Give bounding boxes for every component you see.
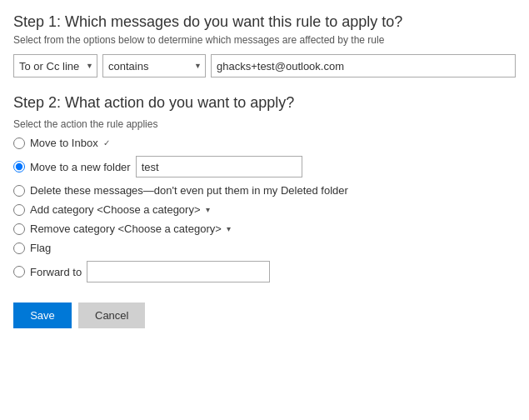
step1-controls: To or Cc line From Subject Body contains… (13, 54, 516, 78)
option-delete: Delete these messages—don't even put the… (13, 184, 516, 197)
radio-add-category[interactable] (13, 204, 25, 216)
step1-heading: Step 1: Which messages do you want this … (13, 13, 516, 31)
option-move-folder: Move to a new folder (13, 156, 516, 178)
option-flag: Flag (13, 242, 516, 254)
add-category-arrow: ▾ (206, 205, 210, 214)
step1-subtitle: Select from the options below to determi… (13, 34, 516, 46)
radio-delete[interactable] (13, 185, 25, 197)
label-move-folder[interactable]: Move to a new folder (30, 161, 131, 173)
label-add-category[interactable]: Add category <Choose a category> ▾ (30, 203, 210, 216)
option-add-category: Add category <Choose a category> ▾ (13, 203, 516, 216)
radio-flag[interactable] (13, 242, 25, 254)
move-inbox-arrow: ✓ (103, 138, 110, 148)
field1-wrapper: To or Cc line From Subject Body (13, 54, 97, 78)
cancel-button[interactable]: Cancel (78, 302, 145, 328)
field2-wrapper: contains does not contain is is not (102, 54, 206, 78)
step2-subtitle: Select the action the rule applies (13, 118, 516, 130)
button-row: Save Cancel (13, 302, 516, 328)
folder-name-input[interactable] (136, 156, 302, 178)
label-flag[interactable]: Flag (30, 242, 51, 254)
option-remove-category: Remove category <Choose a category> ▾ (13, 222, 516, 235)
option-move-inbox: Move to Inbox ✓ (13, 137, 516, 149)
radio-forward[interactable] (13, 266, 25, 278)
label-forward[interactable]: Forward to (30, 266, 82, 278)
option-forward: Forward to (13, 261, 516, 282)
forward-to-input[interactable] (87, 261, 270, 282)
step2-heading: Step 2: What action do you want to apply… (13, 94, 516, 112)
radio-remove-category[interactable] (13, 223, 25, 235)
radio-move-folder[interactable] (13, 161, 25, 172)
label-move-inbox[interactable]: Move to Inbox ✓ (30, 137, 110, 149)
radio-move-inbox[interactable] (13, 138, 25, 149)
field1-select[interactable]: To or Cc line From Subject Body (13, 54, 97, 78)
save-button[interactable]: Save (13, 302, 72, 328)
field2-select[interactable]: contains does not contain is is not (102, 54, 206, 78)
remove-category-arrow: ▾ (227, 224, 231, 233)
field3-input[interactable] (211, 54, 516, 78)
label-remove-category[interactable]: Remove category <Choose a category> ▾ (30, 222, 231, 235)
label-delete[interactable]: Delete these messages—don't even put the… (30, 184, 348, 197)
